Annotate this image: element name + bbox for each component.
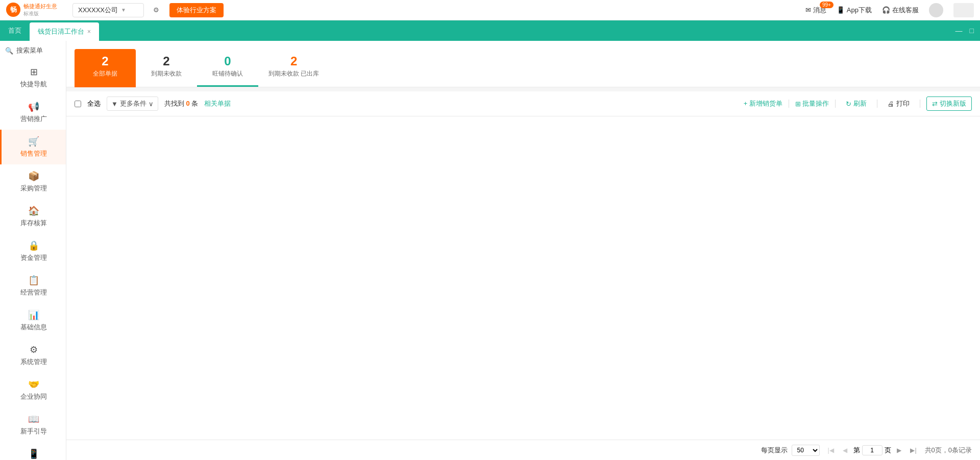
sidebar-item-sales[interactable]: 🛒 销售管理: [0, 130, 66, 164]
select-all-label: 全选: [87, 99, 101, 108]
batch-button[interactable]: ⊞ 批量操作: [795, 99, 829, 108]
switch-button[interactable]: ⇄ 切换新版: [926, 96, 972, 111]
per-page-label: 每页显示: [761, 446, 788, 455]
sidebar-label-marketing: 营销推广: [20, 114, 47, 124]
message-button[interactable]: ✉ 消息 99+: [805, 6, 826, 15]
print-label: 打印: [896, 99, 910, 108]
page-number-input[interactable]: [862, 445, 883, 455]
refresh-button[interactable]: ↻ 刷新: [842, 97, 871, 110]
sidebar-item-marketing[interactable]: 📢 营销推广: [0, 95, 66, 130]
tab-workspace[interactable]: 钱货日清工作台 ×: [30, 22, 99, 41]
online-service-button[interactable]: 🎧 在线客服: [882, 6, 919, 15]
page-suffix: 页: [885, 446, 891, 455]
sidebar-item-basic-info[interactable]: 📊 基础信息: [0, 303, 66, 338]
filter-label: 更多条件: [120, 99, 146, 108]
user-menu[interactable]: [953, 3, 974, 17]
sidebar-item-system[interactable]: ⚙ 系统管理: [0, 338, 66, 373]
tab-maximize-button[interactable]: □: [968, 25, 976, 37]
settings-button[interactable]: ⚙: [148, 2, 164, 18]
purchase-icon: 📦: [28, 171, 39, 182]
cooperation-icon: 🤝: [28, 379, 39, 390]
sidebar-label-cooperation: 企业协同: [20, 392, 47, 401]
sidebar-item-guide[interactable]: 📖 新手引导: [0, 407, 66, 442]
print-button[interactable]: 🖨 打印: [884, 97, 914, 110]
batch-label: 批量操作: [802, 99, 829, 108]
related-link[interactable]: 相关单据: [204, 99, 231, 108]
sidebar-search[interactable]: 🔍 搜索菜单: [0, 41, 66, 60]
trial-button[interactable]: 体验行业方案: [169, 3, 224, 17]
sidebar-item-cooperation[interactable]: 🤝 企业协同: [0, 373, 66, 407]
refresh-label: 刷新: [853, 99, 867, 108]
batch-icon: ⊞: [795, 100, 801, 108]
stat-label-pending: 旺铺待确认: [207, 69, 248, 78]
sidebar-label-sales: 销售管理: [20, 149, 47, 158]
page-next-button[interactable]: ▶: [893, 444, 905, 456]
stat-label-shipped: 到期未收款 已出库: [268, 69, 319, 78]
home-tab-label: 首页: [8, 26, 21, 35]
guide-icon: 📖: [28, 414, 39, 425]
app-download-button[interactable]: 📱 App下载: [837, 6, 872, 15]
chevron-down-icon: ▼: [121, 7, 126, 13]
sidebar-label-operation: 经营管理: [20, 288, 47, 297]
page-first-button[interactable]: |◀: [825, 444, 837, 456]
tab-home[interactable]: 首页: [0, 20, 30, 41]
logo-area: 畅 畅捷通好生意 标准版: [6, 3, 72, 17]
refresh-icon: ↻: [846, 100, 851, 108]
tab-minimize-button[interactable]: —: [953, 25, 965, 37]
company-selector[interactable]: XXXXXX公司 ▼: [72, 3, 144, 17]
finance-icon: 🔒: [28, 240, 39, 251]
system-icon: ⚙: [30, 344, 38, 355]
stat-label-all: 全部单据: [85, 69, 126, 78]
sidebar-item-operation[interactable]: 📋 经营管理: [0, 269, 66, 303]
divider: [789, 100, 789, 108]
stat-num-all: 2: [85, 54, 126, 68]
page-info: 每页显示 50 100 200: [761, 445, 820, 456]
stat-num-overdue: 2: [146, 54, 187, 68]
stat-num-pending: 0: [207, 54, 248, 68]
new-sale-button[interactable]: + 新增销货单: [744, 99, 782, 108]
gear-icon: ⚙: [153, 6, 159, 14]
toolbar-right: + 新增销货单 ⊞ 批量操作 ↻ 刷新 🖨 打印 ⇄: [744, 96, 972, 111]
stat-tab-pending[interactable]: 0 旺铺待确认: [197, 49, 258, 87]
sidebar-item-quick-nav[interactable]: ⊞ 快捷导航: [0, 60, 66, 95]
page-nav: |◀ ◀ 第 页 ▶ ▶|: [825, 444, 920, 456]
page-last-button[interactable]: ▶|: [908, 444, 920, 456]
stat-tab-shipped[interactable]: 2 到期未收款 已出库: [258, 49, 329, 87]
print-icon: 🖨: [888, 100, 894, 108]
sidebar-label-basic-info: 基础信息: [20, 323, 47, 332]
found-text: 共找到 0 条: [164, 99, 198, 108]
switch-icon: ⇄: [932, 100, 938, 108]
stat-tab-overdue[interactable]: 2 到期未收款: [136, 49, 197, 87]
sidebar-item-purchase[interactable]: 📦 采购管理: [0, 164, 66, 199]
avatar[interactable]: [929, 3, 943, 17]
sidebar-item-inventory[interactable]: 🏠 库存核算: [0, 199, 66, 234]
workspace-tab-label: 钱货日清工作台: [38, 27, 84, 36]
online-service-label: 在线客服: [892, 6, 919, 15]
tab-bar: 首页 钱货日清工作台 × — □: [0, 20, 980, 41]
sidebar-label-purchase: 采购管理: [20, 184, 47, 193]
page-size-select[interactable]: 50 100 200: [792, 445, 820, 456]
search-label: 搜索菜单: [16, 46, 43, 55]
page-prev-button[interactable]: ◀: [839, 444, 851, 456]
search-icon: 🔍: [5, 47, 13, 55]
stat-tab-all[interactable]: 2 全部单据: [75, 49, 136, 87]
message-icon: ✉: [805, 6, 811, 14]
logo-text: 畅捷通好生意: [23, 3, 57, 10]
page-label: 第: [853, 446, 860, 455]
sidebar-item-finance[interactable]: 🔒 资金管理: [0, 234, 66, 269]
divider2: [835, 100, 836, 108]
quick-nav-icon: ⊞: [30, 66, 38, 78]
sidebar-label-system: 系统管理: [20, 357, 47, 367]
tab-close-icon[interactable]: ×: [87, 28, 91, 35]
filter-button[interactable]: ▼ 更多条件 ∨: [107, 96, 158, 111]
found-count: 0: [186, 100, 190, 107]
total-text: 共0页，0条记录: [925, 446, 972, 455]
operation-icon: 📋: [28, 275, 39, 286]
select-all-checkbox[interactable]: [75, 101, 81, 107]
sidebar-label-guide: 新手引导: [20, 427, 47, 436]
sidebar-item-app-center[interactable]: 📱 应用中心: [0, 442, 66, 460]
logo-tag: 标准版: [23, 10, 57, 17]
content-area: 2 全部单据 2 到期未收款 0 旺铺待确认 2 到期未收款 已出库 全选 ▼ …: [66, 41, 980, 460]
message-badge: 99+: [820, 2, 834, 8]
stat-num-shipped: 2: [268, 54, 319, 68]
